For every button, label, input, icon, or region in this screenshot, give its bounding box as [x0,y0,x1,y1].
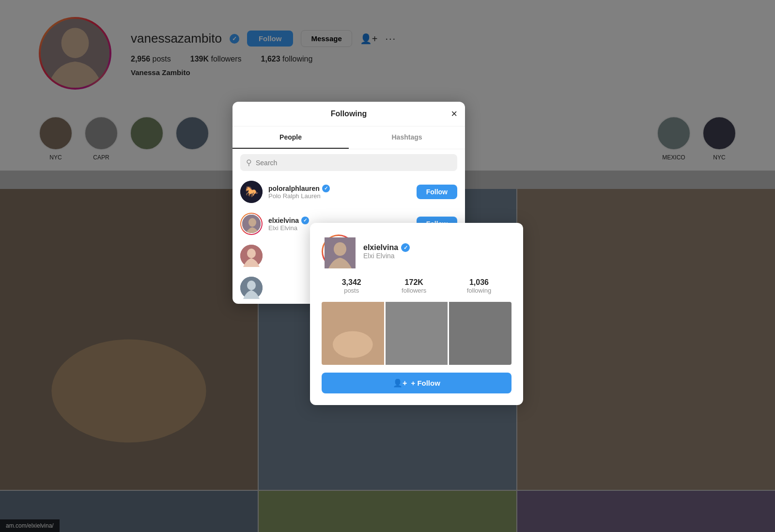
popup-post-grid [322,302,512,365]
search-input-wrap: ⚲ [240,154,457,171]
popup-followers-val: 172K [402,278,426,287]
popup-displayname: Elxi Elvina [363,252,410,260]
search-input[interactable] [256,159,451,167]
popup-follow-label: + Follow [411,379,440,387]
svg-rect-16 [386,304,448,362]
popup-post-3 [449,302,512,365]
popup-following-stat: 1,036 following [467,278,492,294]
elxi-avatar [240,213,263,235]
modal-tabs: People Hashtags [232,126,465,149]
search-icon: ⚲ [246,158,252,167]
popup-avatar [322,235,356,268]
svg-point-15 [333,331,373,358]
popup-followers-label: followers [402,287,426,294]
popup-post-1 [322,302,384,365]
popup-posts-val: 3,342 [342,278,361,287]
popup-following-label: following [467,287,492,294]
elxi-username: elxielvina [268,217,299,224]
popup-following-val: 1,036 [467,278,492,287]
popup-posts-label: posts [342,287,361,294]
popup-header: elxielvina ✓ Elxi Elvina [322,235,512,268]
polo-info: poloralphlauren ✓ Polo Ralph Lauren [268,185,411,200]
user3-avatar [240,245,263,267]
user4-avatar [240,277,263,299]
popup-followers-stat: 172K followers [402,278,426,294]
modal-close-button[interactable]: × [451,109,457,119]
polo-displayname: Polo Ralph Lauren [268,192,411,200]
popup-verified: ✓ [401,243,410,252]
svg-point-13 [334,242,346,256]
list-item: 🐎 poloralphlauren ✓ Polo Ralph Lauren Fo… [232,176,465,208]
popup-stats: 3,342 posts 172K followers 1,036 followi… [322,278,512,294]
user-hover-popup: elxielvina ✓ Elxi Elvina 3,342 posts 172… [310,223,523,405]
popup-posts-stat: 3,342 posts [342,278,361,294]
modal-title: Following [331,110,367,118]
modal-header: Following × [232,102,465,126]
tab-hashtags[interactable]: Hashtags [349,126,465,149]
polo-verified: ✓ [322,185,330,192]
svg-point-11 [247,281,256,290]
popup-user-info: elxielvina ✓ Elxi Elvina [363,243,410,260]
svg-point-9 [247,249,256,258]
follow-person-icon: 👤+ [393,378,407,388]
popup-post-2 [386,302,448,365]
polo-username: poloralphlauren [268,185,320,192]
polo-follow-button[interactable]: Follow [417,185,457,199]
popup-follow-button[interactable]: 👤+ + Follow [322,373,512,393]
svg-point-7 [248,218,256,227]
popup-username: elxielvina [363,243,398,252]
svg-rect-17 [449,304,512,362]
tab-people[interactable]: People [232,126,349,149]
elxi-verified: ✓ [301,217,309,224]
search-container: ⚲ [232,149,465,176]
svg-text:🐎: 🐎 [245,185,259,198]
polo-avatar: 🐎 [240,181,263,203]
